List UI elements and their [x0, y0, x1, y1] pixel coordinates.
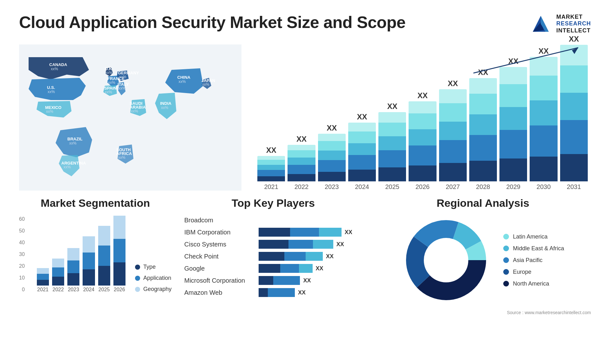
svg-text:xx%: xx% [64, 165, 71, 169]
player-amazon: Amazon Web XX [184, 288, 362, 297]
bars-container: XX 2021 XX [254, 64, 591, 191]
reg-item-na: North America [503, 280, 564, 287]
reg-dot-mea [503, 246, 509, 251]
reg-label-latin: Latin America [513, 233, 547, 240]
svg-text:xx%: xx% [108, 80, 115, 85]
donut-chart [402, 216, 491, 305]
reg-item-latin: Latin America [503, 233, 564, 240]
seg-bar-2021: 2021 [37, 268, 49, 293]
bottom-row: Market Segmentation 60 50 40 30 20 10 0 [19, 197, 591, 315]
svg-line-36 [473, 48, 578, 73]
logo-area: MARKET RESEARCH INTELLECT [530, 13, 591, 35]
seg-legend: Type Application Geography [135, 264, 172, 293]
map-container: CANADA xx% U.S. xx% MEXICO xx% BRAZIL xx… [19, 44, 241, 191]
player-name-ibm: IBM Corporation [184, 229, 254, 236]
svg-text:INDIA: INDIA [160, 101, 172, 106]
regional-section: Regional Analysis [375, 197, 591, 315]
svg-text:xx%: xx% [202, 82, 209, 87]
svg-text:xx%: xx% [51, 67, 58, 71]
segmentation-section: Market Segmentation 60 50 40 30 20 10 0 [19, 197, 172, 315]
player-bar-amazon-inner [259, 288, 295, 297]
bar-2029: XX 2029 [499, 57, 527, 191]
world-map: CANADA xx% U.S. xx% MEXICO xx% BRAZIL xx… [19, 44, 241, 191]
reg-dot-europe [503, 269, 509, 275]
regional-title: Regional Analysis [375, 197, 591, 209]
regional-legend: Latin America Middle East & Africa Asia … [503, 233, 564, 287]
reg-label-mea: Middle East & Africa [513, 245, 564, 252]
player-bar-checkpoint: XX [259, 252, 362, 261]
legend-application: Application [135, 275, 172, 281]
y-axis: 60 50 40 30 20 10 0 [19, 216, 27, 293]
player-microsoft: Microsoft Corporation XX [184, 276, 362, 285]
player-name-google: Google [184, 265, 254, 272]
reg-dot-na [503, 281, 509, 286]
segmentation-title: Market Segmentation [19, 197, 172, 209]
seg-bars-area: 2021 2022 [37, 216, 125, 293]
players-section: Top Key Players Broadcom IBM Corporation [184, 197, 362, 315]
player-bar-amazon: XX [259, 288, 362, 297]
seg-bar-2022: 2022 [52, 259, 64, 293]
seg-chart: 60 50 40 30 20 10 0 [19, 216, 172, 293]
player-cisco: Cisco Systems XX [184, 240, 362, 249]
svg-text:U.S.: U.S. [47, 85, 55, 90]
legend-geography-dot [135, 287, 140, 292]
svg-text:xx%: xx% [179, 79, 186, 84]
page: Cloud Application Security Market Size a… [0, 0, 610, 364]
main-grid: CANADA xx% U.S. xx% MEXICO xx% BRAZIL xx… [19, 44, 591, 315]
svg-point-43 [425, 239, 467, 281]
bar-2028: XX 2028 [469, 68, 497, 191]
reg-label-apac: Asia Pacific [513, 257, 542, 264]
player-name-cisco: Cisco Systems [184, 241, 254, 248]
source-text: Source : www.marketresearchintellect.com [507, 310, 591, 315]
seg-bar-2025: 2025 [98, 226, 110, 293]
players-list: Broadcom IBM Corporation XX [184, 216, 362, 297]
svg-text:xx%: xx% [119, 86, 126, 91]
reg-item-apac: Asia Pacific [503, 257, 564, 264]
player-name-broadcom: Broadcom [184, 217, 254, 224]
page-title: Cloud Application Security Market Size a… [19, 13, 406, 32]
svg-text:xx%: xx% [161, 105, 168, 110]
reg-item-europe: Europe [503, 269, 564, 275]
bar-2026: XX 2026 [409, 91, 436, 191]
player-checkpoint: Check Point XX [184, 252, 362, 261]
legend-type-dot [135, 265, 140, 270]
bar-2027: XX 2027 [439, 79, 467, 191]
seg-bars-wrapper: 2021 2022 [37, 216, 125, 293]
reg-label-na: North America [513, 280, 549, 287]
player-bar-cisco-inner [259, 240, 333, 249]
players-title: Top Key Players [184, 197, 362, 209]
bar-2021: XX 2021 [257, 146, 285, 191]
seg-bar-2026: 2026 [113, 216, 125, 293]
player-bar-google-inner [259, 264, 313, 273]
svg-text:xx%: xx% [48, 90, 55, 94]
svg-text:xx%: xx% [69, 141, 77, 145]
player-broadcom: Broadcom [184, 216, 362, 225]
player-bar-microsoft: XX [259, 276, 362, 285]
bar-2023: XX 2023 [318, 124, 346, 191]
player-bar-google: XX [259, 264, 362, 273]
bar-2025: XX 2025 [378, 102, 406, 191]
legend-application-dot [135, 276, 140, 281]
svg-text:CHINA: CHINA [177, 75, 191, 80]
map-section: CANADA xx% U.S. xx% MEXICO xx% BRAZIL xx… [19, 44, 241, 191]
player-bar-checkpoint-inner [259, 252, 323, 261]
player-name-microsoft: Microsoft Corporation [184, 277, 254, 284]
player-bar-microsoft-inner [259, 276, 300, 285]
reg-item-mea: Middle East & Africa [503, 245, 564, 252]
player-bar-ibm: XX [259, 228, 362, 237]
svg-text:xx%: xx% [118, 155, 125, 160]
bar-2022: XX 2022 [288, 135, 315, 191]
player-bar-cisco: XX [259, 240, 362, 249]
player-bar-broadcom [259, 216, 362, 225]
reg-dot-apac [503, 257, 509, 263]
svg-text:xx%: xx% [119, 75, 126, 79]
player-bar-ibm-inner [259, 228, 342, 237]
chart-section: XX 2021 XX [254, 44, 591, 191]
legend-type: Type [135, 264, 172, 270]
trend-arrow [473, 44, 585, 76]
svg-text:CANADA: CANADA [49, 62, 67, 67]
regional-content: Latin America Middle East & Africa Asia … [375, 216, 591, 305]
svg-text:xx%: xx% [131, 109, 138, 113]
logo-icon [530, 13, 552, 35]
reg-label-europe: Europe [513, 269, 531, 275]
